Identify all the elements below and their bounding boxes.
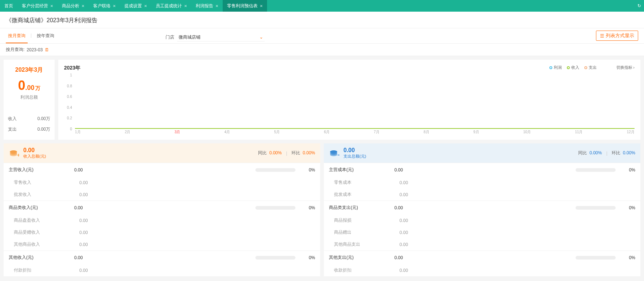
refresh-icon[interactable]: ↻ <box>637 0 641 12</box>
x-tick: 12月 <box>627 130 635 137</box>
top-tabbar: 首页客户分层经营✕商品分析✕客户联络✕提成设置✕员工提成统计✕利润报告✕零售利润… <box>0 0 644 12</box>
tab-利润报告[interactable]: 利润报告✕ <box>191 0 223 12</box>
sub-row: 付款折扣0.00 <box>4 264 320 276</box>
progress-bar <box>255 168 295 172</box>
svg-text:+: + <box>17 152 19 158</box>
sub-row: 其他商品支出0.00 <box>324 238 640 250</box>
legend-item[interactable]: 支出 <box>584 65 597 70</box>
group-row[interactable]: 主营成本(元)0.000% <box>324 163 640 177</box>
income-total-label: 收入总额(元) <box>23 154 46 159</box>
page-title: 《微商城店铺》2023年3月利润报告 <box>0 12 644 28</box>
income-mom-value: 0.00% <box>303 150 315 155</box>
sub-query-row: 按月查询: 2023-03 🗓 <box>0 44 644 56</box>
progress-bar <box>576 206 616 210</box>
list-view-label: 列表方式显示 <box>606 32 634 39</box>
income-icon: + <box>9 148 20 159</box>
subquery-value[interactable]: 2023-03 <box>27 47 43 52</box>
chart-plot <box>75 75 635 129</box>
chart-title: 2023年 <box>64 65 635 71</box>
y-tick: 0.6 <box>67 95 72 99</box>
tab-提成设置[interactable]: 提成设置✕ <box>120 0 151 12</box>
group-row[interactable]: 商品类支出(元)0.000% <box>324 201 640 214</box>
subquery-label: 按月查询: <box>6 47 24 53</box>
legend-item[interactable]: 利润 <box>549 65 562 70</box>
x-tick: 6月 <box>324 130 330 137</box>
expense-total-value: 0.00 <box>343 147 366 154</box>
income-panel: + 0.00 收入总额(元) 同比 0.00% | 环比 0.00% 主营收入(… <box>4 143 320 276</box>
store-select[interactable]: 门店 微商城店铺 ⌄ <box>166 33 265 41</box>
close-icon[interactable]: ✕ <box>260 4 263 8</box>
tab-员工提成统计[interactable]: 员工提成统计✕ <box>151 0 191 12</box>
sub-row: 批发成本0.00 <box>324 189 640 201</box>
expense-yoy-value: 0.00% <box>589 150 602 155</box>
tab-零售利润预估表[interactable]: 零售利润预估表✕ <box>223 0 267 12</box>
svg-text:−: − <box>337 152 339 158</box>
expense-header: − 0.00 支出总额(元) 同比 0.00% | 环比 0.00% <box>324 143 640 163</box>
x-tick: 3月 <box>175 130 180 137</box>
chart-toggle-button[interactable]: 切换指标› <box>616 65 635 70</box>
store-value: 微商城店铺 <box>179 34 200 40</box>
tab-monthly-query[interactable]: 按月查询 <box>6 31 28 43</box>
expense-mom-label: 环比 <box>612 150 620 155</box>
expense-yoy-label: 同比 <box>578 150 587 155</box>
chart-y-axis: 10.80.60.40.20 <box>64 75 73 129</box>
tab-商品分析[interactable]: 商品分析✕ <box>57 0 89 12</box>
group-row[interactable]: 其他收入(元)0.000% <box>4 250 320 264</box>
sub-row: 收款折扣0.00 <box>324 264 640 276</box>
close-icon[interactable]: ✕ <box>50 4 53 8</box>
summary-profit-label: 利润总额 <box>8 94 50 100</box>
sub-row: 商品盘盈收入0.00 <box>4 214 320 226</box>
expense-total-label: 支出总额(元) <box>343 154 366 159</box>
expense-panel: − 0.00 支出总额(元) 同比 0.00% | 环比 0.00% 主营成本(… <box>324 143 640 276</box>
tab-yearly-query[interactable]: 按年查询 <box>35 31 56 43</box>
group-row[interactable]: 其他支出(元)0.000% <box>324 250 640 264</box>
y-tick: 0.2 <box>67 116 72 120</box>
progress-bar <box>576 168 616 172</box>
calendar-icon[interactable]: 🗓 <box>45 47 49 52</box>
legend-item[interactable]: 收入 <box>567 65 579 70</box>
close-icon[interactable]: ✕ <box>113 4 116 8</box>
income-header: + 0.00 收入总额(元) 同比 0.00% | 环比 0.00% <box>4 143 320 163</box>
expense-icon: − <box>329 148 340 159</box>
sub-row: 零售成本0.00 <box>324 177 640 189</box>
summary-row: 支出0.00万 <box>8 124 50 135</box>
y-tick: 1 <box>70 73 72 77</box>
x-tick: 10月 <box>523 130 531 137</box>
y-tick: 0.8 <box>67 84 72 88</box>
tab-客户联络[interactable]: 客户联络✕ <box>89 0 120 12</box>
list-icon: ☰ <box>600 33 604 39</box>
svg-point-2 <box>10 153 17 156</box>
chart-baseline <box>75 128 635 129</box>
store-label: 门店 <box>166 34 174 40</box>
x-tick: 8月 <box>424 130 429 137</box>
income-yoy-value: 0.00% <box>269 150 282 155</box>
close-icon[interactable]: ✕ <box>184 4 187 8</box>
y-tick: 0 <box>70 127 72 131</box>
tab-客户分层经营[interactable]: 客户分层经营✕ <box>17 0 57 12</box>
close-icon[interactable]: ✕ <box>144 4 147 8</box>
divider: | <box>29 31 33 43</box>
progress-bar <box>255 256 295 260</box>
list-view-button[interactable]: ☰ 列表方式显示 <box>596 31 638 41</box>
chevron-right-icon: › <box>633 65 635 70</box>
income-total-value: 0.00 <box>23 147 46 154</box>
x-tick: 9月 <box>473 130 479 137</box>
x-tick: 7月 <box>374 130 379 137</box>
group-row[interactable]: 主营收入(元)0.000% <box>4 163 320 177</box>
sub-row: 商品赠出0.00 <box>324 226 640 238</box>
group-row[interactable]: 商品类收入(元)0.000% <box>4 201 320 214</box>
chevron-down-icon: ⌄ <box>259 35 263 40</box>
x-tick: 2月 <box>125 130 131 137</box>
close-icon[interactable]: ✕ <box>215 4 218 8</box>
x-tick: 11月 <box>575 130 583 137</box>
progress-bar <box>576 256 616 260</box>
income-yoy-label: 同比 <box>258 150 267 155</box>
svg-point-6 <box>330 153 337 156</box>
close-icon[interactable]: ✕ <box>82 4 84 8</box>
x-tick: 4月 <box>224 130 230 137</box>
summary-row: 收入0.00万 <box>8 114 50 124</box>
sub-row: 商品受赠收入0.00 <box>4 226 320 238</box>
tab-首页[interactable]: 首页 <box>0 0 17 12</box>
sub-row: 批发收入0.00 <box>4 189 320 201</box>
chart-x-axis: 1月2月3月4月5月6月7月8月9月10月11月12月 <box>75 130 635 137</box>
